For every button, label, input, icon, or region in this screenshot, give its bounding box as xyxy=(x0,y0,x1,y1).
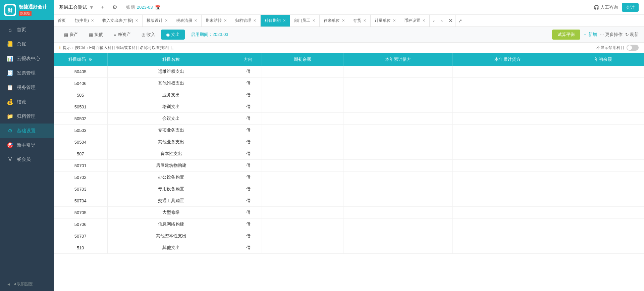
table-row[interactable]: 50501 培训支出 借 xyxy=(54,101,644,113)
tab-unit[interactable]: 计量单位 ✕ xyxy=(371,15,400,27)
cell-opening-balance xyxy=(262,242,343,254)
th-name: 科目名称 xyxy=(107,53,235,66)
sidebar-item-tax[interactable]: 📋 税务管理 xyxy=(0,80,54,95)
asset-icon: ▦ xyxy=(64,32,68,37)
table-row[interactable]: 50701 房屋建筑物购建 借 xyxy=(54,160,644,172)
cell-ytd-credit xyxy=(453,219,562,230)
tab-unit-close[interactable]: ✕ xyxy=(393,18,396,23)
sidebar-item-archive[interactable]: 📁 归档管理 xyxy=(0,109,54,124)
cell-ytd-balance xyxy=(562,172,644,183)
tab-currency[interactable]: 币种设置 ✕ xyxy=(400,15,430,27)
sidebar-item-settings[interactable]: ⚙ 基础设置 xyxy=(0,124,54,138)
table-row[interactable]: 50504 其他业务支出 借 xyxy=(54,136,644,148)
balance-btn[interactable]: 试算平衡 xyxy=(552,30,580,40)
table-row[interactable]: 505 业务支出 借 xyxy=(54,89,644,101)
cell-direction: 借 xyxy=(235,219,262,230)
cat-tab-income[interactable]: ◎ 收入 xyxy=(137,30,160,40)
table-row[interactable]: 50707 其他资本性支出 借 xyxy=(54,230,644,242)
add-btn[interactable]: ＋ 新增 xyxy=(583,32,597,38)
tab-archive-close[interactable]: ✕ xyxy=(253,18,256,23)
tab-subject-init[interactable]: 科目期初 ✕ xyxy=(261,15,290,27)
th-ytd-credit-label: 本年累计贷方 xyxy=(494,57,521,62)
show-disabled-toggle[interactable]: 不显示禁用科目 xyxy=(596,45,639,51)
tab-tax-close[interactable]: ✕ xyxy=(194,18,197,23)
cat-tab-asset[interactable]: ▦ 资产 xyxy=(59,30,83,40)
tab-prev-btn[interactable]: ‹ xyxy=(430,15,438,27)
tab-dept[interactable]: 部门员工 ✕ xyxy=(290,15,320,27)
table-row[interactable]: 50503 专项业务支出 借 xyxy=(54,125,644,136)
tab-period-end[interactable]: 期末结转 ✕ xyxy=(202,15,231,27)
cell-opening-balance xyxy=(262,125,343,136)
tab-template[interactable]: 模版设计 ✕ xyxy=(143,15,172,27)
guide-icon: 🎯 xyxy=(7,142,13,148)
table-row[interactable]: 50705 大型修缮 借 xyxy=(54,207,644,219)
cat-tab-expenditure[interactable]: ◉ 支出 xyxy=(161,30,185,40)
tab-currency-label: 币种设置 xyxy=(404,18,420,23)
tab-partners-close[interactable]: ✕ xyxy=(342,18,345,23)
tab-period-end-close[interactable]: ✕ xyxy=(224,18,227,23)
table-body: 50405 运维维权支出 借 50406 其他维权支出 借 505 业务支出 借… xyxy=(54,66,644,254)
table-row[interactable]: 50703 专用设备购置 借 xyxy=(54,183,644,195)
table-row[interactable]: 50702 办公设备购置 借 xyxy=(54,172,644,183)
table-row[interactable]: 50405 运维维权支出 借 xyxy=(54,66,644,78)
tab-income-close[interactable]: ✕ xyxy=(135,18,138,23)
tab-interim-close[interactable]: ✕ xyxy=(91,18,94,23)
calendar-icon[interactable]: 📅 xyxy=(155,5,161,10)
tab-subject-init-close[interactable]: ✕ xyxy=(283,18,286,23)
toggle-switch[interactable] xyxy=(627,45,639,51)
tab-interim[interactable]: 乜(中期) ✕ xyxy=(70,15,98,27)
cell-opening-balance xyxy=(262,148,343,160)
cell-ytd-debit xyxy=(343,195,453,207)
logo-text: 畅捷通好会计 旗舰版 xyxy=(19,4,47,16)
refresh-label: 刷新 xyxy=(630,32,639,38)
help-btn[interactable]: 🎧 人工咨询 xyxy=(594,4,618,10)
cell-ytd-credit xyxy=(453,148,562,160)
sidebar-item-home[interactable]: ⌂ 首页 xyxy=(0,23,54,37)
add-icon: ＋ xyxy=(583,32,587,38)
sidebar-item-invoice[interactable]: 🧾 发票管理 xyxy=(0,66,54,80)
th-ytd-balance: 年初余额 xyxy=(562,53,644,66)
tab-dept-close[interactable]: ✕ xyxy=(312,18,315,23)
cell-ytd-debit xyxy=(343,219,453,230)
toggle-knob xyxy=(627,45,632,50)
tab-expand-btn[interactable]: ⤢ xyxy=(455,15,465,27)
tab-partners[interactable]: 往来单位 ✕ xyxy=(320,15,349,27)
cell-name: 运维维权支出 xyxy=(107,66,235,78)
more-btn[interactable]: ⋯ 更多操作 xyxy=(600,32,623,38)
tab-income[interactable]: 收入支出表(年报) ✕ xyxy=(98,15,143,27)
sidebar-item-member[interactable]: V 畅会员 xyxy=(0,152,54,166)
cell-ytd-debit xyxy=(343,89,453,101)
sidebar-item-reports[interactable]: 📊 云报表中心 xyxy=(0,51,54,66)
tab-inventory[interactable]: 存货 ✕ xyxy=(349,15,371,27)
sidebar-item-settlement[interactable]: 💰 结账 xyxy=(0,95,54,109)
tab-archive[interactable]: 归档管理 ✕ xyxy=(231,15,261,27)
cat-tab-net-asset[interactable]: ≡ 净资产 xyxy=(109,30,136,40)
sidebar-item-ledger[interactable]: 📒 总账 xyxy=(0,37,54,51)
refresh-btn[interactable]: ↻ 刷新 xyxy=(625,32,639,38)
add-workspace-btn[interactable]: ＋ xyxy=(98,3,107,12)
column-settings-icon[interactable]: ⚙ xyxy=(89,57,92,62)
tab-close-all-btn[interactable]: ✕ xyxy=(446,15,455,27)
tab-inventory-close[interactable]: ✕ xyxy=(363,18,366,23)
logo-icon: 财 xyxy=(4,4,16,16)
table-row[interactable]: 507 资本性支出 借 xyxy=(54,148,644,160)
cell-opening-balance xyxy=(262,160,343,172)
workspace-selector[interactable]: 基层工会测试 ▼ xyxy=(59,4,94,10)
th-opening-balance: 期初余额 xyxy=(262,53,343,66)
sidebar-collapse-btn[interactable]: ◄ ◄取消固定 xyxy=(0,277,54,291)
tab-next-btn[interactable]: › xyxy=(438,15,446,27)
table-row[interactable]: 510 其他支出 借 xyxy=(54,242,644,254)
tab-home[interactable]: 首页 xyxy=(54,15,70,27)
settings-btn[interactable]: ⚙ xyxy=(110,3,119,12)
table-row[interactable]: 50406 其他维权支出 借 xyxy=(54,78,644,89)
user-role-btn[interactable]: 会计 xyxy=(622,3,639,12)
tab-tax[interactable]: 税表清册 ✕ xyxy=(172,15,202,27)
tab-template-close[interactable]: ✕ xyxy=(165,18,168,23)
cell-code: 50503 xyxy=(54,125,107,136)
cat-tab-liability[interactable]: ▦ 负债 xyxy=(84,30,108,40)
table-row[interactable]: 50704 交通工具购置 借 xyxy=(54,195,644,207)
table-row[interactable]: 50706 信息网络购建 借 xyxy=(54,219,644,230)
sidebar-item-guide[interactable]: 🎯 新手引导 xyxy=(0,138,54,152)
tab-currency-close[interactable]: ✕ xyxy=(422,18,425,23)
table-row[interactable]: 50502 会议支出 借 xyxy=(54,113,644,125)
